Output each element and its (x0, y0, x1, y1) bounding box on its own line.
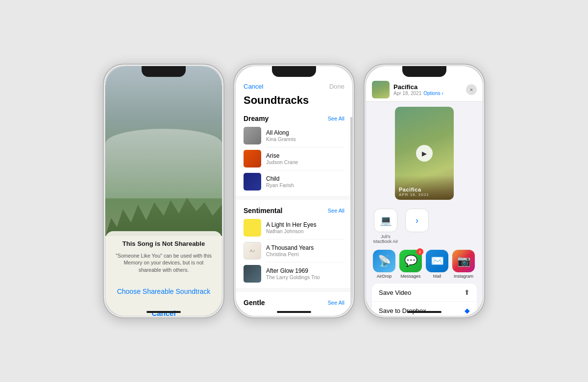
volume-down-button (103, 154, 104, 174)
not-shareable-modal: This Song is Not Shareable "Someone Like… (105, 231, 222, 316)
section-separator (236, 196, 352, 200)
dreamy-see-all[interactable]: See All (328, 116, 344, 121)
notch (402, 66, 446, 77)
instagram-label: Instagram (454, 274, 473, 279)
mute-button (103, 109, 104, 122)
track-name: After Glow 1969 (266, 267, 344, 274)
track-artist: Nathan Johnson (266, 228, 344, 234)
track-all-along[interactable]: All Along Kina Grannis (236, 124, 352, 147)
options-link[interactable]: Options › (423, 91, 443, 96)
track-story-told[interactable]: A Story Told Whynot Jansveld (236, 309, 352, 310)
track-artist: Ryan Farish (266, 182, 344, 188)
memory-thumbnail (372, 81, 390, 98)
device-label: Juli'sMacBook Air (373, 234, 398, 244)
track-child[interactable]: Child Ryan Farish (236, 170, 352, 193)
section-separator (236, 288, 352, 292)
track-info-thousand: A Thousand Years Christina Perri (266, 244, 344, 257)
track-thousand-years[interactable]: A♪ A Thousand Years Christina Perri (236, 239, 352, 262)
track-info-all-along: All Along Kina Grannis (266, 129, 344, 142)
memory-date: Apr 18, 2021 (393, 91, 421, 96)
airdrop-icon: 📡 (373, 250, 395, 272)
track-info-child: Child Ryan Farish (266, 175, 344, 188)
save-video-label: Save Video (379, 289, 411, 296)
gentle-see-all[interactable]: See All (328, 300, 344, 306)
track-artist: The Larry Goldings Trio (266, 274, 344, 280)
phone-3: Pacifica Apr 18, 2021 Options › × ▶ Paci… (364, 64, 485, 318)
device-macbook-air[interactable]: 💻 Juli'sMacBook Air (373, 209, 398, 244)
volume-down-button (233, 154, 234, 174)
soundtracks-list[interactable]: Dreamy See All All Along Kina Grannis (236, 111, 352, 310)
save-dropbox-action[interactable]: Save to Dropbox ◆ (372, 302, 477, 316)
track-light-in-her-eyes[interactable]: A Light In Her Eyes Nathan Johnson (236, 216, 352, 239)
track-name: Arise (266, 152, 344, 159)
dreamy-section-header: Dreamy See All (236, 111, 352, 124)
track-name: A Light In Her Eyes (266, 221, 344, 228)
mute-button (233, 109, 234, 122)
macbook-icon: 💻 (374, 209, 397, 232)
track-art-child (244, 173, 261, 191)
messages-icon: 💬 2 (399, 250, 422, 272)
power-button (223, 133, 224, 163)
device-share-row: 💻 Juli'sMacBook Air › (366, 205, 483, 248)
gentle-section-header: Gentle See All (236, 295, 352, 309)
soundtracks-screen: Cancel Done Soundtracks Dreamy See All A… (236, 78, 352, 316)
airdrop-app[interactable]: 📡 AirDrop (373, 250, 395, 279)
video-overlay: Pacifica APR 18, 2021 (395, 175, 454, 200)
memory-info: Pacifica Apr 18, 2021 Options › (393, 83, 462, 96)
modal-title: This Song is Not Shareable (122, 240, 205, 247)
track-name: Child (266, 175, 344, 182)
notch (142, 66, 186, 77)
track-arise[interactable]: Arise Judson Crane (236, 147, 352, 170)
mail-icon: ✉️ (426, 250, 448, 272)
sentimental-label: Sentimental (244, 207, 282, 215)
mail-app[interactable]: ✉️ Mail (426, 250, 448, 279)
video-preview[interactable]: ▶ Pacifica APR 18, 2021 (395, 107, 454, 200)
power-button (354, 133, 355, 163)
mail-label: Mail (433, 274, 441, 279)
airdrop-label: AirDrop (377, 274, 392, 279)
dropbox-icon: ◆ (465, 307, 470, 314)
messages-app[interactable]: 💬 2 Messages (399, 250, 422, 279)
track-artist: Christina Perri (266, 251, 344, 257)
power-button (484, 133, 485, 163)
app-share-row: 📡 AirDrop 💬 2 Messages ✉️ Mail (366, 248, 483, 281)
close-button[interactable]: × (466, 84, 477, 95)
video-preview-container: ▶ Pacifica APR 18, 2021 (366, 102, 483, 205)
phone-2: Cancel Done Soundtracks Dreamy See All A… (233, 64, 355, 318)
track-art-all-along (244, 127, 261, 144)
sentimental-see-all[interactable]: See All (328, 208, 344, 214)
home-indicator (277, 311, 311, 313)
share-sheet: Pacifica Apr 18, 2021 Options › × ▶ Paci… (366, 77, 483, 316)
track-name: All Along (266, 129, 344, 136)
volume-up-button (103, 128, 104, 149)
phone-1: This Song is Not Shareable "Someone Like… (103, 64, 224, 318)
track-afterglow[interactable]: After Glow 1969 The Larry Goldings Trio (236, 263, 352, 285)
notch (272, 66, 316, 77)
instagram-icon: 📷 (452, 250, 475, 272)
track-art-arise (244, 150, 261, 167)
dreamy-label: Dreamy (244, 115, 269, 122)
play-button[interactable]: ▶ (416, 145, 433, 162)
done-button[interactable]: Done (329, 83, 344, 90)
cancel-button[interactable]: Cancel (244, 83, 263, 90)
save-video-action[interactable]: Save Video ⬆ (372, 284, 477, 302)
home-indicator (147, 311, 181, 313)
track-art-afterglow (244, 265, 261, 283)
mute-button (364, 109, 365, 122)
soundtracks-header: Cancel Done (236, 78, 352, 92)
share-header: Pacifica Apr 18, 2021 Options › × (366, 77, 483, 102)
volume-down-button (364, 154, 365, 174)
track-info-arise: Arise Judson Crane (266, 152, 344, 165)
save-dropbox-label: Save to Dropbox (379, 307, 426, 314)
choose-soundtrack-button[interactable]: Choose Shareable Soundtrack (117, 286, 211, 297)
modal-description: "Someone Like You" can be used with this… (113, 252, 214, 274)
volume-up-button (233, 128, 234, 149)
soundtracks-title: Soundtracks (236, 92, 352, 111)
memory-title: Pacifica (393, 83, 462, 91)
track-art-light (244, 219, 261, 237)
video-date: APR 18, 2021 (399, 192, 450, 197)
device-more[interactable]: › (404, 209, 430, 244)
messages-badge: 2 (416, 248, 423, 255)
instagram-app[interactable]: 📷 Instagram (452, 250, 475, 279)
track-info-light: A Light In Her Eyes Nathan Johnson (266, 221, 344, 234)
